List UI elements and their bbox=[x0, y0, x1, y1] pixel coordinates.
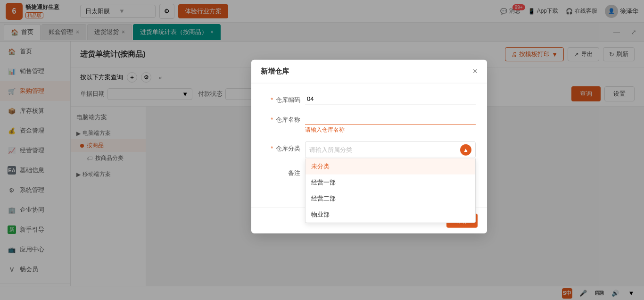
warehouse-name-label: * 仓库名称 bbox=[263, 113, 300, 124]
dropdown-item-property[interactable]: 物业部 bbox=[305, 207, 475, 223]
dropdown-item-none[interactable]: 未分类 bbox=[305, 158, 475, 175]
modal-header: 新增仓库 × bbox=[251, 60, 487, 83]
category-dropdown: 未分类 经营一部 经营二部 物业部 bbox=[305, 158, 476, 223]
name-error-message: 请输入仓库名称 bbox=[305, 126, 476, 134]
warehouse-code-wrap bbox=[305, 93, 476, 105]
dropdown-item-ops2[interactable]: 经营二部 bbox=[305, 191, 475, 207]
dropdown-item-ops1[interactable]: 经营一部 bbox=[305, 175, 475, 191]
modal-body: * 仓库编码 * 仓库名称 请输入仓库名称 * 仓库分类 bbox=[251, 83, 487, 208]
add-warehouse-modal: 新增仓库 × * 仓库编码 * 仓库名称 请输入仓库名称 bbox=[251, 60, 487, 233]
modal-title: 新增仓库 bbox=[261, 67, 289, 76]
warehouse-name-input[interactable] bbox=[305, 113, 476, 125]
warehouse-code-label: * 仓库编码 bbox=[263, 93, 300, 104]
warehouse-category-select[interactable]: 请输入所属分类 ▲ bbox=[305, 142, 476, 158]
category-placeholder: 请输入所属分类 bbox=[309, 146, 460, 154]
modal-close-button[interactable]: × bbox=[472, 67, 478, 76]
category-arrow-icon[interactable]: ▲ bbox=[460, 144, 471, 156]
warehouse-category-row: * 仓库分类 请输入所属分类 ▲ 未分类 经营一部 经营二部 物业部 bbox=[263, 142, 476, 158]
warehouse-category-label: * 仓库分类 bbox=[263, 142, 300, 153]
warehouse-category-wrap: 请输入所属分类 ▲ 未分类 经营一部 经营二部 物业部 bbox=[305, 142, 476, 158]
warehouse-code-input[interactable] bbox=[305, 93, 476, 105]
warehouse-name-wrap: 请输入仓库名称 bbox=[305, 113, 476, 134]
warehouse-note-label: 备注 bbox=[263, 166, 300, 177]
warehouse-code-row: * 仓库编码 bbox=[263, 93, 476, 105]
warehouse-name-row: * 仓库名称 请输入仓库名称 bbox=[263, 113, 476, 134]
